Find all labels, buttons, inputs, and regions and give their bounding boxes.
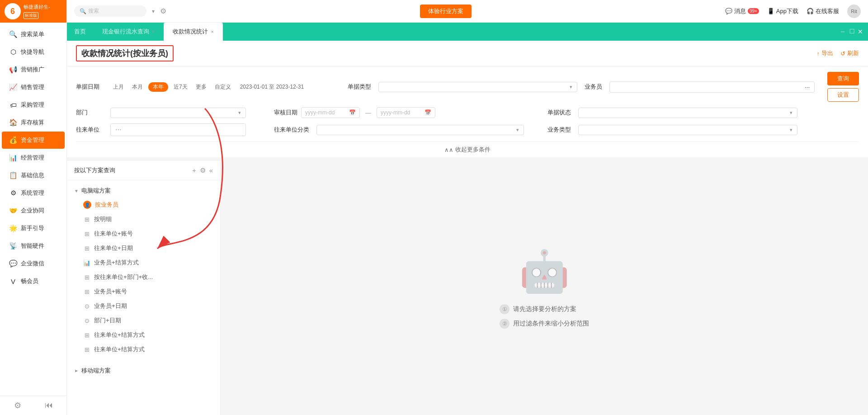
topbar-right: 💬 消息 99+ 📱 App下载 🎧 在线客服 Rit: [725, 5, 861, 18]
export-button[interactable]: ↑ 导出: [817, 49, 834, 57]
sidebar-item-inventory[interactable]: 🏠库存核算: [2, 114, 65, 131]
sidebar-item-sales[interactable]: 📈销售管理: [2, 79, 65, 96]
biz-type-select[interactable]: ▾: [578, 125, 797, 135]
sidebar-item-finance[interactable]: 💰资金管理: [2, 132, 65, 149]
topbar-chevron-icon[interactable]: ▾: [152, 8, 155, 14]
sidebar-item-purchase[interactable]: 🏷采购管理: [2, 96, 65, 113]
collapse-panel-icon[interactable]: «: [209, 166, 213, 174]
pc-group-header[interactable]: ▼ 电脑端方案: [67, 184, 220, 198]
plan-item-by-detail[interactable]: ⊞ 按明细: [67, 212, 220, 226]
window-close-icon[interactable]: ×: [858, 27, 863, 37]
salesperson-select[interactable]: ···: [609, 81, 815, 93]
plan-item-by-salesperson[interactable]: 👤 按业务员: [67, 198, 220, 212]
doc-status-select[interactable]: ▾: [578, 108, 797, 118]
topbar-gear-icon[interactable]: ⚙: [160, 7, 166, 15]
date-last7[interactable]: 近7天: [171, 82, 190, 92]
tab-receipt-label: 收款情况统计: [173, 28, 208, 36]
query-button[interactable]: 查询: [827, 72, 859, 85]
logo-icon: 6: [5, 3, 21, 19]
add-plan-icon[interactable]: +: [192, 166, 196, 174]
sidebar-settings-icon[interactable]: ⚙: [4, 401, 32, 410]
user-avatar[interactable]: Rit: [847, 5, 861, 18]
sidebar-item-hardware[interactable]: 📡智能硬件: [2, 237, 65, 255]
app-download-button[interactable]: 📱 App下载: [767, 7, 798, 15]
filter-actions: 查询 设置: [827, 72, 859, 102]
sidebar-item-search[interactable]: 🔍搜索菜单: [2, 26, 65, 43]
date-this-year[interactable]: 本年: [148, 82, 168, 92]
date-last-month[interactable]: 上月: [110, 82, 127, 92]
partner-dots-icon[interactable]: ···: [115, 126, 121, 134]
plan-button[interactable]: 体验行业方案: [420, 5, 472, 18]
doc-status-arrow-icon: ▾: [790, 110, 793, 116]
mobile-group-label: 移动端方案: [81, 367, 111, 375]
partner-select[interactable]: ···: [110, 123, 246, 136]
dept-date-icon: ⊙: [83, 317, 90, 324]
date-more[interactable]: 更多: [193, 82, 209, 92]
sidebar-item-basic[interactable]: 📋基础信息: [2, 167, 65, 184]
plan-item-salesperson-date[interactable]: ⊙ 业务员+日期: [67, 299, 220, 313]
page-header: 收款情况统计(按业务员) ↑ 导出 ↺ 刷新: [67, 41, 868, 66]
filter-row-partner: 往来单位 ··· 往来单位分类 ▾ 业务类型 ▾: [76, 123, 859, 136]
tab-receipt[interactable]: 收款情况统计 ×: [164, 23, 222, 41]
tab-bank[interactable]: 现金银行流水查询 ×: [93, 23, 164, 41]
refresh-icon: ↺: [840, 50, 845, 57]
sidebar-item-guide[interactable]: 🌟新手引导: [2, 220, 65, 237]
date-this-month[interactable]: 本月: [129, 82, 146, 92]
system-icon: ⚙: [9, 189, 17, 197]
salesperson-badge-icon: 👤: [83, 201, 91, 209]
window-maximize-icon[interactable]: □: [850, 27, 854, 37]
plan-item-partner-settle2[interactable]: ⊞ 往来单位+结算方式: [67, 342, 220, 357]
review-date-from-input[interactable]: yyyy-mm-dd 📅: [301, 107, 360, 118]
date-custom[interactable]: 自定义: [212, 82, 234, 92]
finance-icon: 💰: [9, 136, 17, 144]
inventory-icon: 🏠: [9, 118, 17, 127]
dept-select[interactable]: ▾: [110, 108, 246, 118]
window-minimize-icon[interactable]: －: [839, 27, 846, 37]
tab-bank-close-icon[interactable]: ×: [152, 29, 155, 34]
sidebar-item-member[interactable]: V畅会员: [2, 273, 65, 290]
plan-item-salesperson-account[interactable]: ⊞ 业务员+账号: [67, 284, 220, 299]
settings-plan-icon[interactable]: ⚙: [200, 166, 206, 174]
sidebar-item-enterprise[interactable]: 🤝企业协同: [2, 202, 65, 219]
plan-item-dept-date[interactable]: ⊙ 部门+日期: [67, 313, 220, 328]
salesperson-dots[interactable]: ···: [805, 84, 810, 90]
search-icon: 🔍: [80, 8, 86, 14]
review-date-label: 审核日期: [274, 108, 297, 117]
sidebar-item-quick[interactable]: ⬡快捷导航: [2, 43, 65, 61]
doc-type-select[interactable]: ▾: [378, 82, 578, 92]
service-button[interactable]: 🎧 在线客服: [807, 7, 839, 15]
partner-type-select[interactable]: ▾: [316, 125, 524, 135]
sidebar-item-system[interactable]: ⚙系统管理: [2, 184, 65, 202]
empty-tip-2: ② 用过滤条件来缩小分析范围: [500, 319, 589, 329]
plan-dept-date-label: 部门+日期: [94, 316, 121, 325]
plan-item-partner-dept[interactable]: ⊞ 按往来单位+部门+收...: [67, 270, 220, 284]
settings-button[interactable]: 设置: [827, 88, 859, 102]
topbar-search[interactable]: 🔍 搜索: [74, 5, 146, 17]
sidebar-item-marketing[interactable]: 📢营销推广: [2, 61, 65, 78]
plan-item-salesperson-settle[interactable]: 📊 业务员+结算方式: [67, 255, 220, 270]
biz-type-label: 业务类型: [547, 126, 571, 134]
refresh-button[interactable]: ↺ 刷新: [840, 49, 859, 57]
date-separator: —: [363, 109, 373, 116]
guide-icon: 🌟: [9, 224, 17, 232]
tip-num-2: ②: [500, 319, 509, 329]
doc-type-arrow-icon: ▾: [570, 84, 572, 90]
plan-partner-date-label: 往来单位+日期: [94, 244, 133, 252]
sidebar-item-operation[interactable]: 📊经营管理: [2, 149, 65, 166]
plan-item-partner-account[interactable]: ⊞ 往来单位+账号: [67, 226, 220, 241]
sidebar-collapse-icon[interactable]: ⏮: [35, 401, 63, 410]
tab-receipt-close-icon[interactable]: ×: [211, 29, 213, 34]
plan-item-partner-date[interactable]: ⊞ 往来单位+日期: [67, 241, 220, 255]
tip-num-1: ①: [500, 304, 509, 314]
tab-home[interactable]: 首页: [67, 23, 93, 41]
empty-tips: ① 请先选择要分析的方案 ② 用过滤条件来缩小分析范围: [500, 304, 589, 329]
mobile-group-header[interactable]: ▼ 移动端方案: [67, 364, 220, 377]
message-button[interactable]: 💬 消息 99+: [725, 7, 759, 15]
left-panel-header: 按以下方案查询 + ⚙ «: [67, 161, 220, 180]
review-date-to-input[interactable]: yyyy-mm-dd 📅: [377, 107, 435, 118]
sidebar-nav: 🔍搜索菜单⬡快捷导航📢营销推广📈销售管理🏷采购管理🏠库存核算💰资金管理📊经营管理…: [0, 23, 66, 396]
empty-illustration: 🤖: [519, 248, 570, 295]
sidebar-item-wechat[interactable]: 💬企业微信: [2, 255, 65, 272]
plan-item-partner-settle1[interactable]: ⊞ 往来单位+结算方式: [67, 328, 220, 342]
collapse-button[interactable]: ∧∧ 收起更多条件: [76, 141, 859, 157]
